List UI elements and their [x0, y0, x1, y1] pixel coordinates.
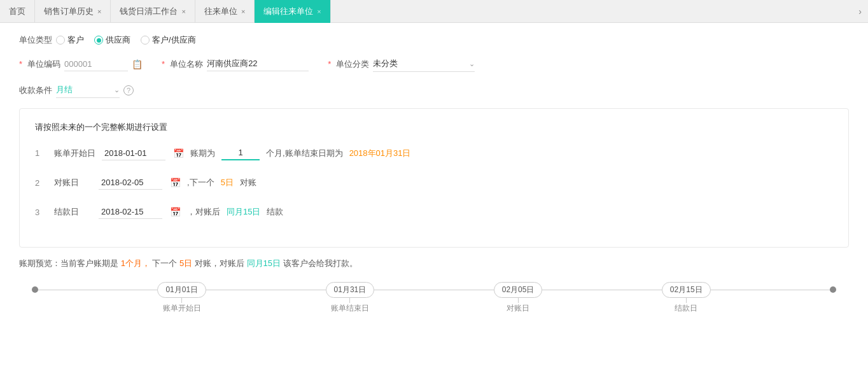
tab-home[interactable]: 首页 — [0, 0, 35, 23]
radio-customer[interactable]: 客户 — [56, 34, 84, 46]
unit-code-input[interactable] — [64, 57, 128, 71]
radio-supplier-circle — [94, 36, 103, 45]
timeline-bubble-2: 01月31日 — [326, 282, 375, 298]
period-suffix: 个月,账单结束日期为 — [266, 148, 343, 159]
main-content: 单位类型 客户 供应商 客户/供应商 * 单位编码 — [0, 23, 868, 387]
payment-day-highlight: 同月15日 — [227, 206, 260, 218]
period-input[interactable] — [221, 146, 260, 160]
timeline-end-circle — [830, 286, 836, 293]
preview-prefix: 账期预览：当前客户账期是 — [19, 258, 118, 268]
unit-info-row: * 单位编码 📋 * 单位名称 * 单位分类 未分类 ⌄ — [19, 56, 849, 72]
tab-sales-history-label: 销售订单历史 — [44, 6, 94, 17]
radio-both-circle — [141, 36, 150, 45]
payment-terms-value: 月结 — [56, 84, 114, 95]
row-label-3: 结款日 — [54, 206, 92, 218]
timeline-start-dot — [32, 282, 38, 293]
preview-text: 账期预览：当前客户账期是 1个月， 下一个 5日 对账，对账后 同月15日 该客… — [19, 258, 849, 269]
unit-name-required: * — [162, 59, 165, 69]
unit-category-select[interactable]: 未分类 ⌄ — [373, 56, 475, 72]
reconcile-suffix2: 对账 — [240, 177, 256, 188]
period-prefix: 账期为 — [190, 148, 215, 159]
unit-code-required: * — [19, 59, 22, 69]
row-num-3: 3 — [35, 208, 48, 217]
tab-sales-history-close[interactable]: × — [97, 8, 101, 15]
tl-stem-2 — [349, 298, 350, 303]
setting-row-3: 3 结款日 📅 ，对账后 同月15日 结款 — [35, 205, 833, 219]
row-num-2: 2 — [35, 178, 48, 188]
reconcile-date-input[interactable] — [99, 176, 162, 190]
tab-bar: 首页 销售订单历史 × 钱货日清工作台 × 往来单位 × 编辑往来单位 × › — [0, 0, 868, 23]
help-icon[interactable]: ? — [123, 85, 134, 95]
start-date-input[interactable] — [102, 146, 165, 160]
radio-both[interactable]: 客户/供应商 — [141, 34, 196, 46]
tab-edit-partner-close[interactable]: × — [317, 8, 321, 15]
unit-category-arrow: ⌄ — [469, 60, 475, 68]
tab-partner-label: 往来单位 — [204, 6, 237, 17]
radio-both-label: 客户/供应商 — [152, 34, 196, 46]
row-label-2: 对账日 — [54, 177, 92, 188]
setting-row-2: 2 对账日 📅 ,下一个 5日 对账 — [35, 176, 833, 190]
tab-partner[interactable]: 往来单位 × — [195, 0, 255, 23]
tab-cash-work[interactable]: 钱货日清工作台 × — [111, 0, 195, 23]
reconcile-date-calendar-icon[interactable]: 📅 — [170, 178, 181, 188]
unit-type-label: 单位类型 — [19, 34, 52, 46]
payment-terms-row: 收款条件 月结 ⌄ ? — [19, 82, 849, 98]
row-num-1: 1 — [35, 148, 48, 158]
tab-edit-partner[interactable]: 编辑往来单位 × — [255, 0, 330, 23]
timeline-container: 01月01日 账单开始日 01月31日 账单结束日 02月05日 对账日 — [19, 282, 849, 314]
preview-reconcile-suffix: 对账，对账后 — [195, 258, 244, 268]
tab-cash-work-close[interactable]: × — [181, 8, 185, 15]
reconcile-day-highlight: 5日 — [221, 177, 234, 188]
payment-suffix2: 结款 — [267, 206, 283, 218]
payment-terms-select[interactable]: 月结 ⌄ — [56, 82, 120, 98]
preview-payment-day: 同月15日 — [247, 258, 281, 268]
preview-reconcile-prefix: 下一个 — [152, 258, 177, 268]
radio-customer-label: 客户 — [67, 34, 84, 46]
timeline-bubble-3: 02月05日 — [494, 282, 543, 298]
payment-terms-arrow: ⌄ — [114, 86, 120, 94]
timeline-end-dot — [830, 282, 836, 293]
unit-name-label: 单位名称 — [170, 59, 203, 70]
unit-category-value: 未分类 — [373, 58, 469, 69]
payment-date-input[interactable] — [99, 205, 162, 219]
timeline-label-3: 对账日 — [507, 303, 529, 314]
unit-name-field: * 单位名称 — [162, 57, 309, 71]
copy-icon[interactable]: 📋 — [132, 59, 143, 69]
start-date-calendar-icon[interactable]: 📅 — [173, 148, 184, 158]
payment-date-calendar-icon[interactable]: 📅 — [170, 207, 181, 217]
tab-arrow[interactable]: › — [852, 0, 868, 23]
setting-row-1: 1 账单开始日 📅 账期为 个月,账单结束日期为 2018年01月31日 — [35, 146, 833, 160]
timeline-start-circle — [32, 286, 38, 293]
tab-home-label: 首页 — [9, 6, 25, 17]
card-instruction: 请按照未来的一个完整帐期进行设置 — [35, 122, 833, 133]
timeline-node-1: 01月01日 账单开始日 — [157, 282, 206, 314]
radio-customer-circle — [56, 36, 65, 45]
tab-partner-close[interactable]: × — [241, 8, 245, 15]
payment-suffix: ，对账后 — [187, 206, 220, 218]
timeline: 01月01日 账单开始日 01月31日 账单结束日 02月05日 对账日 — [32, 282, 836, 314]
timeline-label-4: 结款日 — [675, 303, 697, 314]
timeline-node-3: 02月05日 对账日 — [494, 282, 543, 314]
radio-supplier-label: 供应商 — [106, 34, 130, 46]
unit-type-radio-group: 客户 供应商 客户/供应商 — [56, 34, 196, 46]
unit-name-input[interactable] — [207, 57, 309, 71]
settings-card: 请按照未来的一个完整帐期进行设置 1 账单开始日 📅 账期为 个月,账单结束日期… — [19, 108, 849, 248]
payment-terms-label: 收款条件 — [19, 85, 52, 96]
tab-sales-history[interactable]: 销售订单历史 × — [35, 0, 111, 23]
unit-type-field: 单位类型 客户 供应商 客户/供应商 — [19, 34, 196, 46]
timeline-nodes: 01月01日 账单开始日 01月31日 账单结束日 02月05日 对账日 — [32, 282, 836, 314]
timeline-bubble-1: 01月01日 — [157, 282, 206, 298]
row-label-1: 账单开始日 — [54, 148, 95, 159]
unit-type-row: 单位类型 客户 供应商 客户/供应商 — [19, 34, 849, 46]
timeline-label-1: 账单开始日 — [163, 303, 201, 314]
tl-stem-3 — [518, 298, 519, 303]
tab-edit-partner-label: 编辑往来单位 — [263, 6, 313, 17]
reconcile-suffix: ,下一个 — [187, 177, 214, 188]
timeline-label-2: 账单结束日 — [331, 303, 369, 314]
tl-stem-4 — [686, 298, 687, 303]
payment-terms-field: 收款条件 月结 ⌄ ? — [19, 82, 134, 98]
unit-category-label: 单位分类 — [336, 59, 369, 70]
end-date-highlight: 2018年01月31日 — [349, 148, 411, 159]
unit-category-field: * 单位分类 未分类 ⌄ — [328, 56, 475, 72]
radio-supplier[interactable]: 供应商 — [94, 34, 130, 46]
